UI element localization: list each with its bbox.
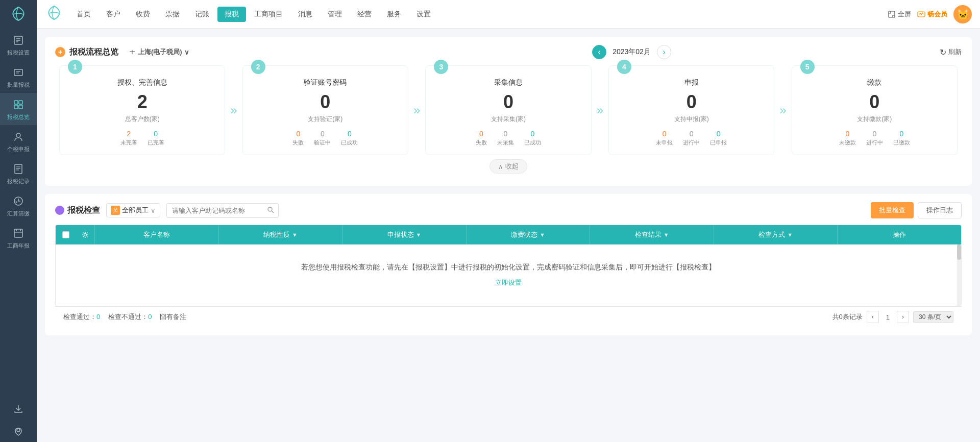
note-label: 囧有备注: [160, 312, 186, 322]
fail-count-link[interactable]: 0: [148, 313, 152, 321]
step-card-1: 1 授权、完善信息 2 总客户数(家) 2 未完善 0 已完善: [59, 65, 225, 155]
stat-label-4-0: 未申报: [656, 139, 673, 146]
step-arrow-1: »: [229, 103, 238, 117]
next-month-button[interactable]: ›: [657, 45, 671, 59]
header-pay-status[interactable]: 缴费状态 ▼: [466, 225, 590, 244]
stat-label-5-2: 已缴款: [893, 139, 910, 146]
step-num-2: 2: [251, 60, 265, 74]
sidebar-item-tax-overview[interactable]: 报税总览: [0, 93, 37, 125]
nav-item-invoice[interactable]: 票据: [158, 7, 187, 22]
sidebar-item-tax-settings[interactable]: 报税设置: [0, 29, 37, 61]
step-count-2: 0: [251, 91, 400, 113]
setup-link[interactable]: 立即设置: [495, 278, 522, 287]
per-page-select[interactable]: 30 条/页: [913, 311, 953, 323]
header-operation: 操作: [837, 225, 961, 244]
nav-item-customer[interactable]: 客户: [99, 7, 128, 22]
search-button[interactable]: [263, 204, 278, 217]
stat-num-3-0: 0: [479, 130, 483, 138]
stat-num-1-0: 2: [127, 130, 131, 138]
step-stats-5: 0 未缴款 0 进行中 0 已缴款: [800, 130, 949, 146]
header-tax-type[interactable]: 纳税性质 ▼: [218, 225, 342, 244]
tax-check-card: 报税检查 员 全部员工 ∨ 批量检: [45, 194, 972, 335]
operation-log-button[interactable]: 操作日志: [918, 202, 962, 218]
nav-item-bookkeeping[interactable]: 记账: [188, 7, 216, 22]
svg-point-27: [84, 234, 87, 236]
next-page-button[interactable]: ›: [897, 311, 909, 323]
nav-item-business[interactable]: 工商项目: [247, 7, 290, 22]
table-body: 若您想使用报税检查功能，请先在【报税设置】中进行报税的初始化设置，完成密码验证和…: [56, 244, 961, 306]
step-num-4: 4: [617, 60, 631, 74]
step-stat-5-1: 0 进行中: [866, 130, 883, 146]
sidebar-item-annual-report[interactable]: 工商年报: [0, 222, 37, 254]
nav-item-tax[interactable]: 报税: [217, 7, 246, 22]
nav-right: 全屏 畅会员 🐱: [888, 5, 972, 23]
nav-item-settings[interactable]: 设置: [409, 7, 438, 22]
sidebar-item-batch-tax[interactable]: 批量报税: [0, 61, 37, 93]
header-check-result[interactable]: 检查结果 ▼: [590, 225, 714, 244]
fullscreen-label: 全屏: [898, 10, 911, 19]
prev-page-button[interactable]: ‹: [867, 311, 879, 323]
batch-check-button[interactable]: 批量检查: [871, 202, 914, 218]
sidebar-item-download[interactable]: [12, 397, 25, 420]
sidebar-item-annual-settlement[interactable]: ¥ 汇算清缴: [0, 189, 37, 222]
scroll-bar[interactable]: [957, 244, 961, 306]
user-avatar[interactable]: 🐱: [953, 5, 972, 23]
nav-item-operation[interactable]: 经营: [350, 7, 379, 22]
nav-item-service[interactable]: 服务: [380, 7, 408, 22]
step-arrow-4: »: [778, 103, 787, 117]
step-title-5: 缴款: [800, 78, 949, 87]
sidebar-item-tax-record[interactable]: 报税记录: [0, 157, 37, 189]
step-stat-3-1: 0 未采集: [497, 130, 514, 146]
content-area: + 报税流程总览 上海(电子税局) ∨ ‹ 2023年02月: [37, 29, 980, 442]
steps-container: 1 授权、完善信息 2 总客户数(家) 2 未完善 0 已完善: [55, 65, 962, 155]
step-subtitle-3: 支持采集(家): [434, 115, 582, 124]
location-tag[interactable]: 上海(电子税局) ∨: [129, 47, 189, 57]
tax-overview-icon: [12, 98, 25, 111]
refresh-button[interactable]: ↻ 刷新: [940, 47, 962, 57]
sidebar-label-tax-settings: 报税设置: [7, 49, 30, 57]
sidebar-item-individual-tax[interactable]: 个税申报: [0, 125, 37, 157]
sidebar-label-tax-record: 报税记录: [7, 178, 30, 185]
refresh-label: 刷新: [948, 47, 962, 57]
stat-num-2-1: 0: [321, 130, 325, 138]
prev-month-button[interactable]: ‹: [592, 45, 606, 59]
step-stat-2-2: 0 已成功: [341, 130, 358, 146]
step-stat-3-0: 0 失败: [476, 130, 487, 146]
step-arrow-3: »: [596, 103, 604, 117]
pass-count-link[interactable]: 0: [96, 313, 100, 321]
collapse-bar: ∧ 收起: [55, 155, 962, 178]
step-stat-1-1: 0 已完善: [148, 130, 164, 146]
nav-item-message[interactable]: 消息: [291, 7, 320, 22]
step-stats-3: 0 失败 0 未采集 0 已成功: [434, 130, 582, 146]
header-checkbox[interactable]: [56, 225, 76, 244]
header-declare-status[interactable]: 申报状态 ▼: [342, 225, 466, 244]
svg-rect-10: [19, 105, 22, 109]
step-num-3: 3: [434, 60, 448, 74]
svg-point-22: [17, 429, 20, 432]
collapse-up-icon: ∧: [498, 163, 503, 170]
vip-button[interactable]: 畅会员: [917, 10, 947, 19]
current-month: 2023年02月: [612, 47, 651, 57]
stat-label-2-2: 已成功: [341, 139, 358, 146]
scroll-thumb: [957, 244, 961, 260]
stat-num-1-1: 0: [154, 130, 158, 138]
overview-title-group: + 报税流程总览 上海(电子税局) ∨: [55, 47, 324, 58]
collapse-button[interactable]: ∧ 收起: [489, 159, 527, 174]
step-stat-3-2: 0 已成功: [524, 130, 541, 146]
nav-item-home[interactable]: 首页: [69, 7, 98, 22]
stat-label-2-0: 失败: [292, 139, 304, 146]
step-stat-4-2: 0 已申报: [710, 130, 727, 146]
header-check-method[interactable]: 检查方式 ▼: [714, 225, 838, 244]
nav-item-management[interactable]: 管理: [321, 7, 349, 22]
header-gear[interactable]: [76, 225, 94, 244]
step-count-3: 0: [434, 91, 582, 113]
svg-text:¥: ¥: [15, 200, 18, 204]
fullscreen-button[interactable]: 全屏: [888, 10, 911, 19]
staff-selector[interactable]: 员 全部员工 ∨: [106, 203, 160, 217]
nav-item-fee[interactable]: 收费: [129, 7, 157, 22]
sidebar-label-annual-report: 工商年报: [7, 242, 30, 250]
search-input[interactable]: [167, 204, 263, 217]
sidebar-label-tax-overview: 报税总览: [7, 113, 30, 121]
tax-record-icon: [12, 162, 25, 176]
sidebar-item-location[interactable]: [12, 420, 25, 442]
